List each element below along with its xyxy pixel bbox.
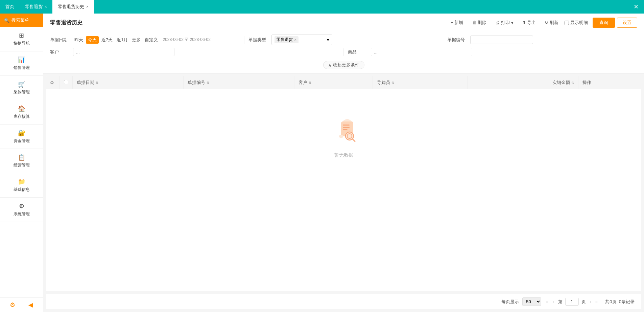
date-today[interactable]: 今天 [86, 36, 99, 44]
table-body: 暂无数据 [46, 89, 641, 186]
export-button[interactable]: ⬆ 导出 [520, 18, 539, 27]
sidebar-item-finance-label: 资金管理 [14, 138, 30, 144]
show-detail-checkbox[interactable]: 显示明细 [565, 20, 588, 26]
th-customer-sort-icon[interactable]: ⇅ [309, 81, 311, 85]
show-detail-input[interactable] [565, 21, 569, 25]
date-options: 昨天 今天 近7天 近1月 更多 自定义 2023-06-02 至 2023-0… [73, 36, 211, 44]
th-billno-sort-icon[interactable]: ⇅ [207, 81, 209, 85]
page-prev-btn[interactable]: ‹ [551, 298, 555, 305]
sidebar-bottom: ⚙ ◀ [0, 297, 43, 312]
date-yesterday[interactable]: 昨天 [73, 36, 85, 44]
th-amount-sort: 实销金额 ⇅ [472, 80, 574, 86]
svg-rect-4 [343, 129, 348, 130]
sidebar-item-sales[interactable]: 📊 销售管理 [0, 51, 43, 76]
print-dropdown-icon[interactable]: ▾ [511, 20, 514, 25]
sidebar-item-inventory[interactable]: 🏠 库存核算 [0, 100, 43, 125]
sidebar-item-quicknav[interactable]: ⊞ 快捷导航 [0, 27, 43, 51]
date-7days[interactable]: 近7天 [100, 36, 114, 44]
tab-retail-return-history-close[interactable]: × [86, 4, 89, 9]
sidebar-item-quicknav-label: 快捷导航 [14, 41, 30, 46]
th-actions: 操作 [578, 76, 641, 89]
sidebar-collapse-button[interactable]: ◀ [28, 301, 33, 309]
page-next-btn[interactable]: › [589, 298, 593, 305]
header-actions: + 新增 🗑 删除 🖨 打印 ▾ ⬆ 导出 ↻ 刷新 显示明细 [448, 18, 637, 28]
sidebar-item-operations[interactable]: 📋 经营管理 [0, 149, 43, 173]
sidebar-item-finance[interactable]: 🔐 资金管理 [0, 125, 43, 149]
finance-icon: 🔐 [18, 129, 25, 137]
empty-state: 暂无数据 [46, 89, 641, 185]
sidebar-search-label: 搜索菜单 [11, 17, 29, 23]
sidebar-item-basic-info[interactable]: 📁 基础信息 [0, 173, 43, 198]
customer-input[interactable] [73, 48, 174, 56]
settings-button[interactable]: 设置 [617, 18, 637, 28]
th-settings[interactable]: ⚙ [46, 76, 59, 89]
filter-row-1: 单据日期 昨天 今天 近7天 近1月 更多 自定义 2023-06-02 至 2… [50, 35, 637, 45]
tab-retail-return-close[interactable]: × [45, 4, 47, 9]
th-checkbox[interactable] [59, 76, 72, 89]
sidebar-item-system[interactable]: ⚙ 系统管理 [0, 198, 43, 222]
collapse-icon: ∧ [328, 63, 332, 68]
sidebar: 🔍 搜索菜单 ⊞ 快捷导航 📊 销售管理 🛒 采购管理 🏠 库存核算 🔐 资金管… [0, 14, 43, 312]
window-close-button[interactable]: ✕ [628, 0, 644, 14]
goods-input[interactable] [371, 48, 472, 56]
sidebar-item-purchase[interactable]: 🛒 采购管理 [0, 76, 43, 100]
th-customer: 客户 ⇅ [294, 76, 373, 89]
table-footer: 每页显示 10 20 50 100 « ‹ 第 页 › » 共0页, 0条记录 [46, 294, 641, 309]
page-title-row: 零售退货历史 + 新增 🗑 删除 🖨 打印 ▾ ⬆ 导出 ↻ 刷新 [50, 18, 637, 28]
empty-state-cell: 暂无数据 [46, 89, 641, 186]
settings-gear-icon[interactable]: ⚙ [50, 80, 54, 85]
th-amount-sort-icon[interactable]: ⇅ [571, 81, 574, 85]
empty-state-row: 暂无数据 [46, 89, 641, 186]
sidebar-item-basic-info-label: 基础信息 [14, 187, 30, 193]
search-icon: 🔍 [4, 18, 9, 23]
tab-retail-return-history[interactable]: 零售退货历史 × [52, 0, 94, 14]
inventory-icon: 🏠 [18, 105, 25, 112]
divider-3 [343, 48, 344, 56]
divider-2 [443, 36, 443, 44]
toolbar: + 新增 🗑 删除 🖨 打印 ▾ ⬆ 导出 ↻ 刷新 显示明细 [448, 18, 588, 27]
svg-point-8 [339, 135, 343, 138]
page-label: 第 [557, 298, 564, 306]
date-more[interactable]: 更多 [130, 36, 142, 44]
delete-button[interactable]: 🗑 删除 [470, 18, 490, 27]
th-guide: 导购员 ⇅ [373, 76, 467, 89]
empty-text: 暂无数据 [334, 152, 353, 158]
per-page-select[interactable]: 10 20 50 100 [522, 297, 541, 306]
th-guide-sort-icon[interactable]: ⇅ [391, 81, 394, 85]
billno-input[interactable] [470, 36, 533, 44]
refresh-button[interactable]: ↻ 刷新 [542, 18, 561, 27]
date-1month[interactable]: 近1月 [115, 36, 129, 44]
sidebar-item-inventory-label: 库存核算 [14, 114, 30, 119]
sidebar-search[interactable]: 🔍 搜索菜单 [0, 14, 43, 27]
th-guide-label: 导购员 [377, 80, 390, 86]
pagination-nav: « ‹ 第 页 › » [545, 298, 599, 306]
tab-home[interactable]: 首页 [0, 0, 20, 14]
date-filter-label: 单据日期 [50, 37, 70, 43]
type-select[interactable]: 零售退货 × ▾ [271, 35, 332, 45]
th-date: 单据日期 ⇅ [72, 76, 183, 89]
date-filter-group: 单据日期 昨天 今天 近7天 近1月 更多 自定义 2023-06-02 至 2… [50, 36, 240, 44]
page-title: 零售退货历史 [50, 19, 82, 26]
sidebar-settings-button[interactable]: ⚙ [10, 301, 15, 309]
print-button[interactable]: 🖨 打印 ▾ [493, 18, 516, 27]
collapse-label: 收起更多条件 [333, 62, 359, 68]
page-number-input[interactable] [565, 298, 579, 306]
select-all-checkbox[interactable] [64, 80, 68, 84]
query-button[interactable]: 查询 [593, 18, 615, 28]
th-date-sort-icon[interactable]: ⇅ [96, 81, 98, 85]
billno-filter-label: 单据编号 [447, 37, 468, 43]
page-first-btn[interactable]: « [545, 298, 550, 305]
type-tag-remove[interactable]: × [294, 38, 296, 42]
goods-filter-group: 商品 [348, 48, 637, 56]
sales-icon: 📊 [18, 56, 25, 64]
basic-info-icon: 📁 [18, 178, 25, 185]
th-date-sort: 单据日期 ⇅ [77, 80, 179, 86]
type-filter-group: 单据类型 零售退货 × ▾ [248, 35, 438, 45]
collapse-button[interactable]: ∧ 收起更多条件 [323, 61, 364, 69]
svg-rect-3 [343, 127, 350, 128]
date-custom[interactable]: 自定义 [143, 36, 159, 44]
tab-retail-return-history-label: 零售退货历史 [58, 4, 84, 10]
page-last-btn[interactable]: » [594, 298, 599, 305]
tab-retail-return[interactable]: 零售退货 × [20, 0, 52, 14]
add-button[interactable]: + 新增 [448, 18, 466, 27]
